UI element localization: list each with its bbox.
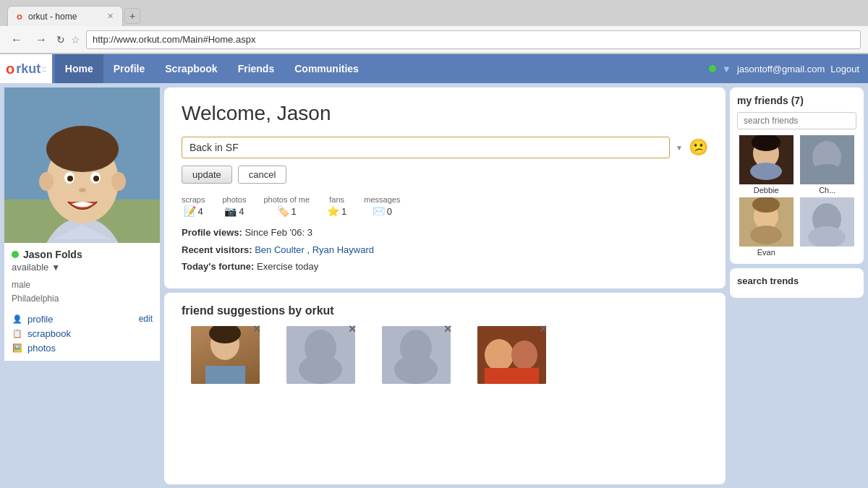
suggestion-1-close[interactable]: ✕: [252, 323, 261, 335]
suggestion-2-close[interactable]: ✕: [348, 323, 357, 335]
suggestion-4: ✕: [468, 326, 555, 384]
suggestion-4-close[interactable]: ✕: [539, 323, 548, 335]
suggestion-2-photo: [286, 326, 355, 384]
profile-name-row: Jason Folds: [12, 249, 153, 260]
nav-friends[interactable]: Friends: [228, 54, 285, 83]
tab-close-button[interactable]: ✕: [107, 12, 114, 21]
dropdown-arrow[interactable]: ▼: [722, 64, 731, 74]
svg-point-8: [93, 176, 99, 181]
back-button[interactable]: ←: [7, 32, 26, 48]
profile-edit-link[interactable]: edit: [139, 314, 153, 324]
nav-communities[interactable]: Communities: [284, 54, 369, 83]
orkut-app: o rkut :: Home Profile Scrapbook Friends…: [0, 54, 868, 488]
friend-debbie-photo[interactable]: [739, 135, 793, 184]
svg-point-10: [39, 172, 54, 191]
svg-point-21: [394, 355, 438, 384]
left-sidebar: Jason Folds available ▼ male Philadelphi…: [4, 87, 160, 484]
suggestion-1-svg: [191, 326, 260, 384]
profile-photo: [4, 87, 160, 243]
suggestions-title: friend suggestions by orkut: [182, 304, 708, 317]
suggestion-2-svg: [286, 326, 355, 384]
friend-chris-photo[interactable]: [800, 135, 854, 184]
status-update-row: ▼ 😕: [182, 137, 708, 158]
search-trends-title: search trends: [737, 275, 856, 286]
visitor-2-link[interactable]: Ryan Hayward: [312, 244, 374, 255]
scraps-icon: 📝: [184, 205, 196, 217]
cancel-button[interactable]: cancel: [238, 166, 287, 184]
suggestion-3-close[interactable]: ✕: [443, 323, 452, 335]
svg-point-7: [67, 176, 73, 181]
search-trends-box: search trends: [730, 268, 864, 298]
friends-grid: Debbie Ch...: [737, 135, 856, 257]
friend-evan-svg: [739, 197, 793, 247]
recent-visitors-label: Recent visitors:: [182, 244, 252, 255]
address-bar[interactable]: [86, 30, 861, 49]
new-tab-button[interactable]: +: [124, 8, 140, 24]
status-input[interactable]: [182, 137, 670, 158]
nav-right: ▼ jasontoff@gmail.com Logout: [709, 64, 868, 74]
refresh-button[interactable]: ↻: [56, 34, 65, 46]
friend-chris: Ch...: [799, 135, 857, 194]
search-friends-input[interactable]: [737, 112, 856, 129]
tab-favicon: o: [17, 11, 22, 22]
friend-4: [799, 197, 857, 257]
profile-meta: male Philadelphia: [12, 278, 153, 306]
visitor-1-link[interactable]: Ben Coulter: [255, 244, 305, 255]
suggestions-box: friend suggestions by orkut ✕: [164, 293, 726, 485]
status-dropdown-btn[interactable]: ▼: [676, 144, 683, 152]
scrapbook-icon: 📋: [12, 328, 23, 339]
fortune-label: Today's fortune:: [182, 261, 254, 272]
orkut-logo: o rkut ::: [0, 54, 52, 83]
scrapbook-link[interactable]: scrapbook: [27, 328, 71, 339]
profile-views-row: Profile views: Since Feb '06: 3: [182, 226, 708, 240]
profile-online-dot: [12, 251, 19, 258]
svg-point-11: [111, 172, 126, 191]
photos-link[interactable]: photos: [27, 343, 56, 354]
browser-chrome: o orkut - home ✕ + ← → ↻ ☆: [0, 0, 868, 54]
fortune-row: Today's fortune: Exercise today: [182, 260, 708, 274]
friends-box: my friends (7) Debbie: [730, 87, 864, 264]
friend-evan-photo[interactable]: [739, 197, 793, 247]
fans-icon: ⭐: [327, 205, 339, 217]
friend-4-photo[interactable]: [800, 197, 854, 247]
logo-dots: ::: [42, 65, 46, 73]
browser-toolbar: ← → ↻ ☆: [0, 26, 868, 53]
suggestion-1-photo: [191, 326, 260, 384]
recent-visitors-row: Recent visitors: Ben Coulter , Ryan Hayw…: [182, 243, 708, 257]
messages-icon: ✉️: [373, 205, 385, 217]
suggestion-4-svg: [477, 326, 546, 384]
user-email: jasontoff@gmail.com: [737, 64, 825, 74]
profile-views-label: Profile views:: [182, 227, 242, 238]
nav-scrapbook[interactable]: Scrapbook: [155, 54, 227, 83]
forward-button[interactable]: →: [32, 32, 51, 48]
logout-button[interactable]: Logout: [830, 64, 859, 74]
svg-point-29: [750, 163, 782, 180]
bookmark-button[interactable]: ☆: [71, 34, 80, 46]
svg-point-23: [485, 339, 514, 371]
nav-home[interactable]: Home: [55, 54, 103, 83]
status-dropdown-arrow[interactable]: ▼: [51, 262, 60, 273]
profile-name: Jason Folds: [23, 249, 82, 260]
svg-rect-25: [485, 368, 539, 384]
update-button[interactable]: update: [182, 166, 232, 184]
stat-photos: photos 📷 4: [222, 195, 246, 217]
logo-text: rkut: [16, 61, 41, 77]
stat-scraps: scraps 📝 4: [182, 195, 205, 217]
friends-title: my friends (7): [737, 95, 856, 106]
active-tab[interactable]: o orkut - home ✕: [7, 6, 123, 26]
photos-icon: 🖼️: [12, 342, 23, 354]
nav-profile[interactable]: Profile: [103, 54, 156, 83]
stat-fans: fans ⭐ 1: [327, 195, 346, 217]
right-sidebar: my friends (7) Debbie: [730, 87, 864, 484]
profile-links: 👤 profile edit 📋 scrapbook 🖼️ photos: [12, 312, 153, 355]
svg-rect-15: [205, 366, 245, 384]
svg-point-35: [752, 197, 780, 213]
svg-point-24: [511, 341, 537, 369]
photos-of-me-icon: 🏷️: [277, 205, 289, 217]
tab-bar: o orkut - home ✕ +: [0, 0, 868, 26]
suggestion-4-photo: [477, 326, 546, 384]
profile-link[interactable]: profile: [27, 314, 53, 325]
welcome-box: Welcome, Jason ▼ 😕 update cancel scraps: [164, 87, 726, 288]
friend-4-svg: [800, 197, 854, 247]
svg-point-9: [79, 188, 86, 192]
